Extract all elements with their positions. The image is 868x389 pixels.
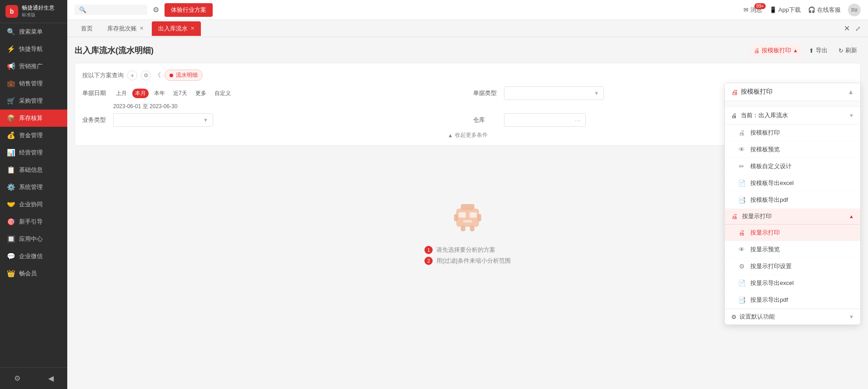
sidebar: b 畅捷通好生意 标准版 🔍 搜索菜单 ⚡ 快捷导航 📢 营销推广 💼 销售管理… [0,0,67,389]
sidebar-item-basic[interactable]: 📋 基础信息 [0,161,67,179]
tab-batch-account[interactable]: 库存批次账 ✕ [101,21,150,36]
display-print-icon: 🖨 [738,229,746,236]
settings-gear-btn[interactable]: ⚙ [11,371,23,385]
user-avatar-item[interactable]: Rit [848,4,861,16]
filter-tag-flow[interactable]: 流水明细 [165,70,203,81]
dropdown-item-template-preview[interactable]: 👁 按模板预览 [725,141,860,158]
sidebar-item-system[interactable]: ⚙️ 系统管理 [0,179,67,196]
footer-label: 设置默认功能 [739,313,775,321]
sidebar-item-operations[interactable]: 📊 经营管理 [0,144,67,161]
template-print-label: 按模板打印 [750,129,780,137]
date-opt-custom[interactable]: 自定义 [212,89,234,98]
refresh-icon: ↻ [838,47,843,54]
sidebar-item-wechat[interactable]: 💬 企业微信 [0,248,67,265]
dropdown-item-template-excel[interactable]: 📄 按模板导出excel [725,175,860,192]
svg-rect-1 [459,212,466,218]
topbar-gear-icon[interactable]: ⚙ [153,5,159,14]
topbar-search-box[interactable]: 🔍 [75,5,147,15]
svg-rect-5 [454,214,458,221]
export-label: 导出 [816,46,828,55]
filter-doctype-select[interactable]: ▼ [504,86,604,100]
marketing-icon: 📢 [6,62,15,70]
dropdown-current-item[interactable]: 🖨 当前：出入库流水 ▼ [725,107,860,125]
date-opt-this-year[interactable]: 本年 [151,89,168,98]
display-print-group-arrow: ▲ [849,214,854,219]
collapse-sidebar-btn[interactable]: ◀ [45,371,56,385]
warehouse-more-icon: ··· [574,117,581,124]
tab-batch-account-close[interactable]: ✕ [140,25,144,31]
filter-tag-label: 流水明细 [176,71,198,79]
template-pdf-label: 按模板导出pdf [750,196,788,204]
refresh-btn[interactable]: ↻ 刷新 [835,45,861,56]
sidebar-item-label: 企业协同 [19,200,43,209]
refresh-label: 刷新 [845,46,857,55]
app-download-label: App下载 [778,6,801,14]
sidebar-item-label: 销售管理 [19,80,43,88]
filter-date-options: 上月 本月 本年 近7天 更多 自定义 [113,89,234,98]
dropdown-header: 🖨 按模板打印 ▲ [725,83,860,101]
message-icon-item[interactable]: ✉ 消息 99+ [743,6,762,14]
footer-arrow-icon: ▼ [849,314,854,319]
dropdown-item-display-print[interactable]: 🖨 按显示打印 [725,224,860,241]
close-tab-btn[interactable]: ✕ [842,23,852,34]
online-service-item[interactable]: 🎧 在线客服 [808,6,841,14]
sidebar-item-quick-nav[interactable]: ⚡ 快捷导航 [0,40,67,58]
sidebar-item-purchase[interactable]: 🛒 采购管理 [0,92,67,110]
dropdown-footer[interactable]: ⚙ 设置默认功能 ▼ [725,309,860,324]
filter-biztype-select[interactable]: ▼ [113,113,213,127]
sidebar-item-vip[interactable]: 👑 畅会员 [0,265,67,282]
message-icon: ✉ [743,6,748,13]
filter-setting-btn[interactable]: ⚙ [141,70,151,80]
template-custom-icon: ✏ [738,163,746,170]
dropdown-collapse-btn[interactable]: ▲ [848,88,854,95]
expand-tab-btn[interactable]: ⤢ [855,25,861,32]
print-template-btn[interactable]: 🖨 按模板打印 ▲ [750,45,802,56]
sidebar-item-label: 畅会员 [19,269,37,278]
date-opt-more[interactable]: 更多 [193,89,209,98]
display-print-group-label: 按显示打印 [742,212,772,220]
dropdown-item-template-print[interactable]: 🖨 按模板打印 [725,125,860,141]
sidebar-item-app-center[interactable]: 🔲 应用中心 [0,230,67,248]
basic-icon: 📋 [6,166,15,174]
dropdown-item-display-preview[interactable]: 👁 按显示预览 [725,241,860,258]
dropdown-item-display-print-settings[interactable]: ⚙ 按显示打印设置 [725,258,860,275]
display-print-group-icon: 🖨 [731,213,738,220]
page-right-actions: 🖨 按模板打印 ▲ ⬆ 导出 ↻ 刷新 [750,45,861,56]
tab-flow[interactable]: 出入库流水 ✕ [152,21,201,36]
date-opt-this-month[interactable]: 本月 [132,89,149,98]
dropdown-item-template-pdf[interactable]: 📑 按模板导出pdf [725,192,860,209]
filter-add-btn[interactable]: + [127,70,137,80]
template-preview-icon: 👁 [738,146,746,153]
filter-warehouse-select[interactable]: ··· [504,113,586,127]
svg-rect-3 [463,220,472,223]
step-1-text: 请先选择要分析的方案 [436,246,495,254]
industry-btn[interactable]: 体验行业方案 [165,3,213,17]
tab-batch-account-label: 库存批次账 [107,25,137,33]
date-opt-last-month[interactable]: 上月 [113,89,130,98]
date-opt-7days[interactable]: 近7天 [170,89,190,98]
filter-field-date: 单据日期 上月 本月 本年 近7天 更多 自定义 [82,89,462,98]
sidebar-item-inventory[interactable]: 📦 库存核算 [0,110,67,127]
export-btn[interactable]: ⬆ 导出 [805,45,831,56]
print-dropdown-panel: 🖨 按模板打印 ▲ 🖨 当前：出入库流水 ▼ 🖨 按模板打印 � [724,83,861,325]
app-download-item[interactable]: 📱 App下载 [769,6,801,14]
collapse-text: 收起更多条件 [455,131,488,139]
display-print-group-header[interactable]: 🖨 按显示打印 ▲ [725,209,860,224]
template-print-icon: 🖨 [738,129,746,136]
sidebar-item-finance[interactable]: 💰 资金管理 [0,127,67,144]
wechat-icon: 💬 [6,252,15,260]
display-pdf-icon: 📑 [738,296,746,304]
sidebar-item-newbie[interactable]: 🎯 新手引导 [0,213,67,230]
topbar-search-input[interactable] [89,7,135,13]
sidebar-item-sales[interactable]: 💼 销售管理 [0,75,67,92]
dropdown-item-display-pdf[interactable]: 📑 按显示导出pdf [725,292,860,309]
dropdown-item-display-excel[interactable]: 📄 按显示导出excel [725,275,860,292]
dropdown-item-template-custom[interactable]: ✏ 模板自定义设计 [725,158,860,175]
tab-home[interactable]: 首页 [75,21,99,36]
tab-flow-close[interactable]: ✕ [190,25,195,31]
sidebar-item-marketing[interactable]: 📢 营销推广 [0,58,67,75]
sidebar-item-search[interactable]: 🔍 搜索菜单 [0,23,67,40]
sidebar-item-cooperation[interactable]: 🤝 企业协同 [0,196,67,213]
app-name: 畅捷通好生意 [22,5,55,12]
filter-collapse-icon[interactable]: 《 [155,71,161,80]
